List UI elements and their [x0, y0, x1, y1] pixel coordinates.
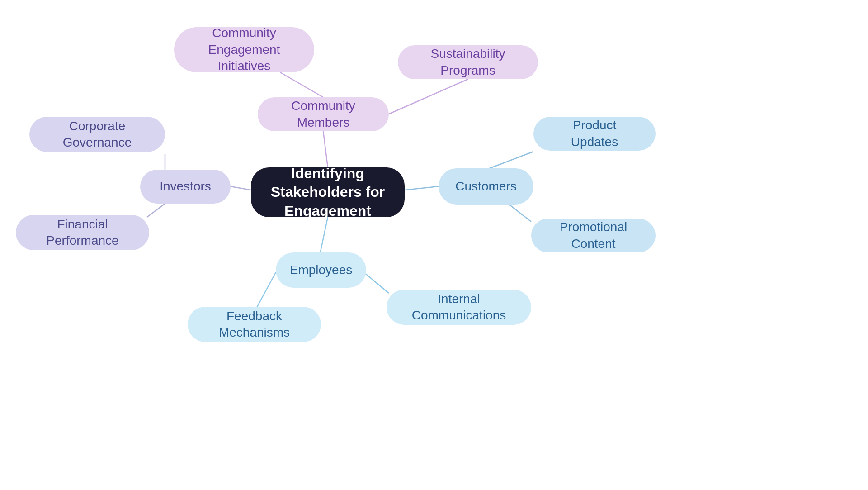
- customers-label: Customers: [455, 178, 516, 195]
- svg-line-6: [405, 186, 439, 190]
- investors-node: Investors: [140, 170, 231, 204]
- svg-line-2: [389, 79, 468, 114]
- investors-label: Investors: [160, 178, 211, 195]
- promotional-content-label: Promotional Content: [546, 219, 641, 252]
- promotional-content-node: Promotional Content: [531, 219, 656, 252]
- community-members-node: Community Members: [258, 97, 389, 131]
- svg-line-10: [364, 272, 389, 293]
- product-updates-node: Product Updates: [533, 117, 656, 151]
- svg-line-11: [255, 272, 276, 310]
- product-updates-label: Product Updates: [548, 117, 641, 150]
- financial-performance-label: Financial Performance: [30, 216, 135, 249]
- feedback-mechanisms-node: Feedback Mechanisms: [188, 307, 321, 342]
- feedback-mechanisms-label: Feedback Mechanisms: [202, 308, 307, 341]
- sustainability-programs-label: Sustainability Programs: [412, 46, 524, 79]
- svg-line-9: [320, 217, 328, 256]
- customers-node: Customers: [439, 168, 533, 205]
- sustainability-programs-node: Sustainability Programs: [398, 45, 538, 79]
- svg-line-1: [280, 72, 323, 97]
- employees-label: Employees: [290, 262, 353, 278]
- svg-line-3: [231, 186, 251, 190]
- community-engagement-node: Community Engagement Initiatives: [174, 27, 314, 72]
- corporate-governance-node: Corporate Governance: [29, 117, 165, 152]
- internal-communications-node: Internal Communications: [387, 290, 531, 325]
- financial-performance-node: Financial Performance: [16, 215, 149, 250]
- svg-line-5: [147, 204, 165, 217]
- internal-communications-label: Internal Communications: [401, 291, 517, 324]
- svg-line-0: [323, 131, 328, 167]
- center-node-label: Identifying Stakeholders for Engagement: [265, 164, 390, 221]
- community-members-label: Community Members: [272, 98, 374, 131]
- svg-line-7: [486, 152, 533, 170]
- center-node: Identifying Stakeholders for Engagement: [251, 167, 405, 217]
- employees-node: Employees: [276, 252, 366, 288]
- corporate-governance-label: Corporate Governance: [44, 118, 151, 151]
- community-engagement-label: Community Engagement Initiatives: [189, 25, 300, 74]
